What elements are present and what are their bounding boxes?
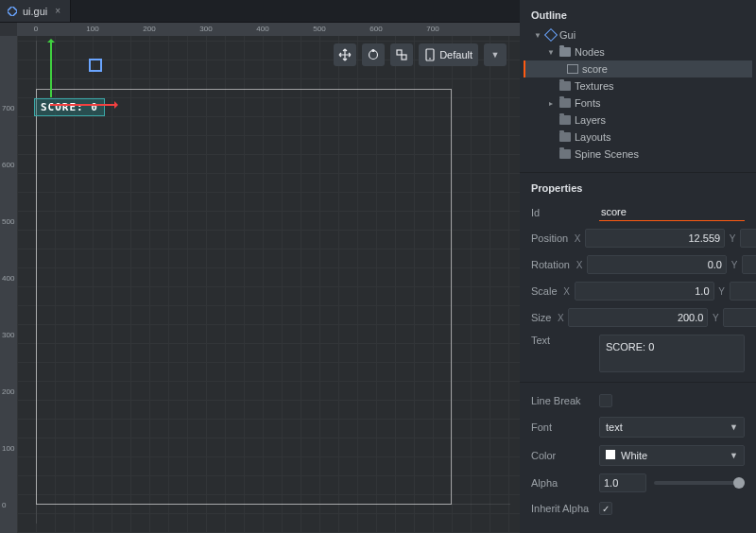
prop-label: Rotation: [531, 259, 570, 270]
tree-row-score[interactable]: score: [524, 60, 752, 77]
tree-label: score: [582, 63, 608, 75]
id-input[interactable]: [599, 203, 745, 221]
rotate-tool-button[interactable]: [362, 43, 385, 66]
svg-rect-0: [8, 7, 17, 16]
font-select[interactable]: text ▼: [599, 417, 745, 438]
view-mode-select[interactable]: Default: [419, 43, 478, 66]
view-mode-dropdown[interactable]: ▼: [484, 43, 507, 66]
prop-row-alpha: Alpha: [520, 470, 756, 496]
prop-label: Alpha: [531, 477, 593, 489]
prop-row-size: Size X Y Z: [520, 304, 756, 331]
linebreak-checkbox[interactable]: [599, 394, 612, 407]
tree-row-nodes[interactable]: ▼ Nodes: [524, 43, 752, 60]
ruler-tick: 200: [143, 25, 155, 33]
tree-row-folder[interactable]: Layouts: [524, 129, 752, 146]
viewport-marker: [89, 59, 102, 72]
canvas[interactable]: 0100200300400500600700 01002003004005006…: [0, 23, 520, 533]
tree-row-folder[interactable]: Layers: [524, 112, 752, 129]
tree-row-folder[interactable]: Textures: [524, 77, 752, 95]
gui-icon: [544, 28, 558, 42]
font-value: text: [606, 421, 623, 433]
ruler-tick: 200: [2, 387, 14, 396]
prop-row-text: Text SCORE: 0: [520, 331, 756, 376]
prop-row-font: Font text ▼: [520, 413, 756, 441]
folder-icon: [559, 47, 571, 57]
properties-title: Properties: [520, 173, 756, 199]
inherit-alpha-checkbox[interactable]: ✓: [599, 502, 612, 515]
alpha-slider[interactable]: [654, 481, 745, 485]
disclosure-icon[interactable]: ▸: [546, 99, 556, 108]
size-x-input[interactable]: [568, 308, 708, 327]
ruler-tick: 100: [86, 25, 98, 33]
prop-row-scale: Scale X Y Z: [520, 278, 756, 304]
tree-label: Gui: [559, 29, 576, 41]
file-tab[interactable]: ui.gui ×: [0, 0, 71, 22]
prop-row-linebreak: Line Break: [520, 388, 756, 413]
gui-bounds: [36, 89, 452, 505]
chevron-down-icon: ▼: [730, 451, 738, 460]
folder-icon: [559, 132, 571, 142]
tree-label: Layers: [575, 114, 606, 126]
tree-row-folder[interactable]: ▸Fonts: [524, 95, 752, 112]
gizmo-y-axis[interactable]: [50, 41, 52, 97]
position-y-input[interactable]: [740, 229, 756, 248]
ruler-tick: 700: [426, 25, 438, 33]
tree-row-gui[interactable]: ▼ Gui: [524, 26, 752, 43]
prop-label: Size: [531, 312, 551, 323]
tree-row-folder[interactable]: Spine Scenes: [524, 146, 752, 163]
svg-point-2: [372, 50, 374, 52]
scale-x-input[interactable]: [575, 282, 714, 301]
axis-label-x: X: [563, 286, 571, 297]
chevron-down-icon: ▼: [730, 422, 738, 432]
position-x-input[interactable]: [585, 229, 725, 248]
prop-label: Id: [531, 207, 593, 218]
axis-label-y: Y: [712, 313, 719, 323]
prop-label: Text: [531, 335, 593, 346]
move-tool-button[interactable]: [334, 43, 356, 66]
rotation-x-input[interactable]: [587, 255, 727, 274]
disclosure-icon[interactable]: ▼: [546, 48, 556, 57]
tab-close-icon[interactable]: ×: [53, 6, 62, 16]
view-mode-label: Default: [439, 49, 472, 60]
tab-title: ui.gui: [23, 6, 47, 17]
ruler-tick: 0: [34, 25, 38, 33]
slider-knob[interactable]: [733, 477, 745, 489]
gizmo-x-axis[interactable]: [50, 104, 116, 106]
folder-icon: [559, 115, 571, 125]
scale-y-input[interactable]: [730, 282, 756, 301]
prop-label: Color: [531, 450, 593, 461]
outline-panel: ▼ Gui ▼ Nodes score Textures▸FontsLayers…: [520, 26, 756, 172]
text-input[interactable]: SCORE: 0: [599, 335, 745, 372]
tree-label: Textures: [575, 80, 614, 92]
prop-label: Line Break: [531, 395, 593, 406]
disclosure-icon[interactable]: ▼: [533, 31, 542, 40]
folder-icon: [559, 149, 571, 159]
ruler-tick: 300: [2, 331, 14, 339]
text-node-icon: [567, 64, 578, 74]
ruler-tick: 600: [369, 25, 382, 33]
ruler-horizontal: 0100200300400500600700: [17, 23, 520, 36]
tree-label: Nodes: [575, 46, 605, 58]
ruler-tick: 600: [2, 161, 14, 169]
ruler-tick: 400: [256, 25, 268, 33]
size-y-input[interactable]: [723, 308, 756, 327]
ruler-vertical: 0100200300400500600700: [0, 36, 17, 533]
viewport-toolbar: Default ▼: [334, 43, 507, 66]
outline-tree[interactable]: ▼ Gui ▼ Nodes score Textures▸FontsLayers…: [524, 26, 752, 163]
folder-icon: [559, 81, 571, 91]
scale-tool-button[interactable]: [390, 43, 413, 66]
properties-panel: Properties Id Position X Y Z Rotation X …: [520, 172, 756, 533]
score-node[interactable]: SCORE: 0: [34, 98, 105, 116]
color-select[interactable]: White ▼: [599, 445, 745, 466]
alpha-input[interactable]: [599, 473, 646, 492]
color-swatch: [606, 450, 615, 459]
prop-row-id: Id: [520, 199, 756, 225]
rotation-y-input[interactable]: [742, 255, 756, 274]
prop-row-rotation: Rotation X Y Z: [520, 251, 756, 278]
axis-label-y: Y: [729, 233, 736, 244]
tree-label: Fonts: [575, 97, 601, 109]
ruler-tick: 100: [2, 444, 14, 453]
tree-label: Spine Scenes: [575, 148, 639, 160]
svg-rect-3: [397, 50, 402, 55]
stage[interactable]: SCORE: 0: [17, 36, 520, 533]
